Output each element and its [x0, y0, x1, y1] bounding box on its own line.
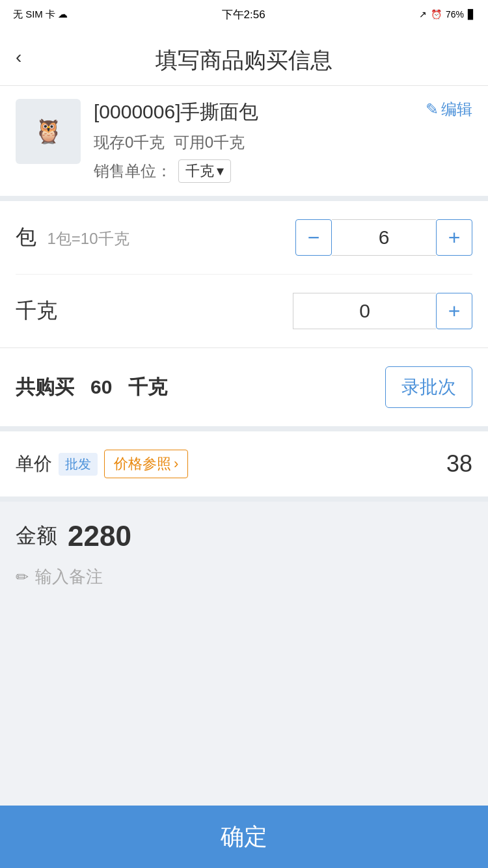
price-section: 单价 批发 价格参照 › 38 [0, 431, 488, 502]
kilo-controls: + [293, 293, 472, 329]
package-controls: − + [295, 219, 472, 256]
kilo-input[interactable] [293, 293, 436, 329]
price-reference-button[interactable]: 价格参照 › [104, 450, 188, 478]
location-icon: ↗ [419, 9, 427, 20]
confirm-button[interactable]: 确定 [0, 806, 488, 868]
alarm-icon: ⏰ [431, 9, 442, 20]
status-right: ↗ ⏰ 76% ▊ [419, 9, 475, 20]
product-title: [0000006]手撕面包 [94, 99, 472, 126]
chevron-down-icon: ▾ [217, 163, 224, 180]
back-button[interactable]: ‹ [16, 47, 21, 68]
status-time: 下午2:56 [222, 7, 265, 22]
package-label: 包 [16, 225, 36, 249]
amount-value: 2280 [68, 520, 131, 552]
edit-button[interactable]: ✎ 编辑 [426, 99, 472, 120]
package-row: 包 1包=10千克 − + [16, 201, 472, 275]
product-unit-row: 销售单位： 千克 ▾ [94, 159, 472, 183]
page-title: 填写商品购买信息 [156, 46, 332, 75]
price-badge: 批发 [59, 453, 98, 476]
chevron-right-icon: › [174, 455, 178, 472]
edit-icon: ✎ [426, 100, 439, 118]
total-amount: 60 [90, 376, 112, 398]
price-label-group: 单价 批发 价格参照 › [16, 450, 188, 478]
kilo-row: 千克 + [16, 275, 472, 347]
product-info: [0000006]手撕面包 现存0千克 可用0千克 销售单位： 千克 ▾ [94, 99, 472, 183]
amount-section: 金额 2280 ✏ 输入备注 [0, 502, 488, 606]
amount-label: 金额 [16, 522, 57, 550]
product-image: 🦉 [16, 99, 81, 164]
status-left: 无 SIM 卡 ☁ [13, 8, 68, 21]
product-stock: 现存0千克 可用0千克 [94, 132, 472, 153]
price-value: 38 [446, 450, 472, 478]
price-row: 单价 批发 价格参照 › 38 [16, 450, 472, 496]
amount-row: 金额 2280 [16, 520, 472, 552]
note-row[interactable]: ✏ 输入备注 [16, 565, 472, 588]
pencil-icon: ✏ [16, 568, 29, 586]
total-text: 共购买 60 千克 [16, 374, 167, 401]
quantity-section: 包 1包=10千克 − + 千克 + [0, 201, 488, 348]
note-placeholder: 输入备注 [35, 565, 103, 588]
nav-bar: ‹ 填写商品购买信息 [0, 29, 488, 86]
product-logo-icon: 🦉 [34, 118, 63, 145]
product-card: 🦉 [0000006]手撕面包 现存0千克 可用0千克 销售单位： 千克 ▾ ✎… [0, 86, 488, 201]
signal-text: 无 SIM 卡 ☁ [13, 8, 68, 21]
total-section: 共购买 60 千克 录批次 [0, 348, 488, 431]
battery-text: 76% [446, 9, 464, 20]
package-input[interactable] [332, 219, 436, 256]
battery-icon: ▊ [468, 9, 475, 20]
record-batch-button[interactable]: 录批次 [385, 366, 472, 408]
price-label: 单价 [16, 452, 52, 476]
kilo-label: 千克 [16, 297, 57, 325]
package-hint: 1包=10千克 [47, 230, 129, 247]
spacer [0, 606, 488, 802]
status-bar: 无 SIM 卡 ☁ 下午2:56 ↗ ⏰ 76% ▊ [0, 0, 488, 29]
unit-selector[interactable]: 千克 ▾ [178, 159, 231, 183]
package-increment-button[interactable]: + [436, 219, 472, 256]
kilo-increment-button[interactable]: + [436, 293, 472, 329]
package-decrement-button[interactable]: − [295, 219, 332, 256]
package-label-group: 包 1包=10千克 [16, 223, 129, 252]
